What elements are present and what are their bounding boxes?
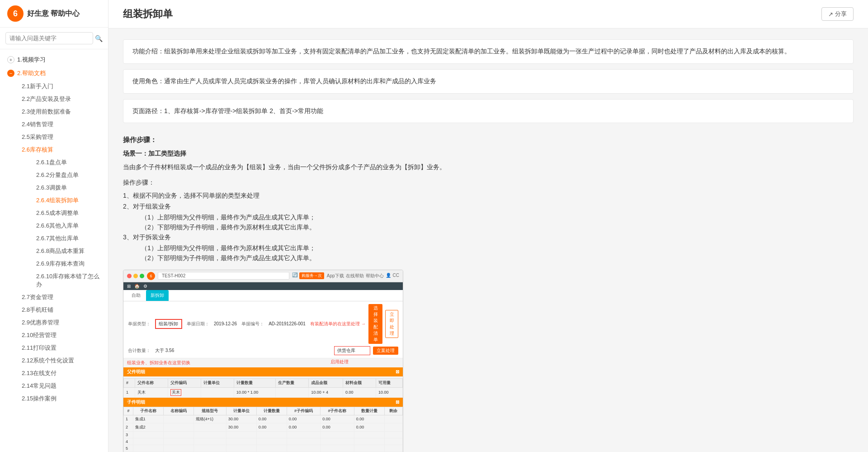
step-2-1: （1）上部明细为父件明细，最终作为产成品生成其它入库单； [132, 214, 854, 222]
step-2-sub: （1）上部明细为父件明细，最终作为产成品生成其它入库单； （2）下部明细为子件明… [123, 214, 854, 232]
mock-tab-xinchai[interactable]: 新拆卸 [146, 290, 169, 301]
table-row: 1 集成1 规格(4+1) 30.00 0.00 0.00 0.00 0.00 [124, 415, 403, 423]
mock-col-seq: # [124, 378, 135, 387]
sidebar-item-2-13[interactable]: 2.13在线支付 [7, 367, 108, 380]
share-icon: ↗ [828, 11, 833, 18]
sidebar-sub-docs: 2.1新手入门 2.2产品安装及登录 2.3使用前数据准备 2.4销售管理 2.… [0, 80, 108, 405]
sidebar-item-2-6[interactable]: 2.6库存核算 [7, 143, 108, 156]
scene-1-title: 场景一：加工类型选择 [123, 150, 854, 158]
page-title: 组装拆卸单 [123, 7, 173, 21]
mock-col-parent-name: 父件名称 [135, 378, 168, 387]
mock-type-input[interactable]: 组装/拆卸 [155, 319, 182, 329]
mock-left-nav: ⊞ 🏠 ⚙ [127, 284, 147, 289]
sidebar-item-2-10[interactable]: 2.10经营管理 [7, 329, 108, 342]
search-input[interactable] [5, 32, 93, 44]
sidebar-item-video[interactable]: + 1.视频学习 [0, 53, 108, 67]
sidebar-item-2-12[interactable]: 2.12系统个性化设置 [7, 354, 108, 367]
sidebar-item-2-6-9[interactable]: 2.6.9库存账本查询 [14, 257, 108, 270]
mock-cc-label: CC [393, 273, 399, 279]
brand-name: 好生意 帮助中心 [27, 9, 80, 19]
plus-icon: + [7, 56, 14, 63]
mock-upper-table: # 父件名称 父件编码 计量单位 计量数量 生产数量 成品金额 材料金额 可用量 [123, 378, 403, 398]
intro-block-2: 使用角色：通常由生产人员或库管人员完成拆装业务的操作，库管人员确认原材料的出库和… [123, 69, 854, 94]
mock-col-parent-code: 父件编码 [168, 378, 201, 387]
nav-tree: + 1.视频学习 − 2.帮助文档 2.1新手入门 2.2产品安装及登录 2.3… [0, 49, 108, 452]
step-3-1: （1）上部明细为父件明细，最终作为原材料生成其它出库单； [132, 244, 854, 252]
mock-upper-table-wrapper: # 父件名称 父件编码 计量单位 计量数量 生产数量 成品金额 材料金额 可用量 [123, 376, 403, 398]
intro-text-1: 功能介绍：组装拆卸单用来处理企业组装或拆卸等加工业务，支持有固定装配清单的产品加… [132, 48, 791, 55]
sidebar-item-2-4[interactable]: 2.4销售管理 [7, 118, 108, 131]
step-3-sub: （1）上部明细为父件明细，最终作为原材料生成其它出库单； （2）下部明细为子件明… [123, 244, 854, 262]
steps-section: 操作步骤： 场景一：加工类型选择 当由多个子件材料组装成一个成品的业务为【组装】… [123, 128, 854, 262]
sidebar-item-2-6-1[interactable]: 2.6.1盘点单 [14, 156, 108, 169]
step-1: 1、根据不同的业务，选择不同单据的类型来处理 [123, 192, 854, 200]
mock-enable-btn[interactable]: 立即处理 [385, 310, 398, 338]
steps-label: 操作步骤： [123, 177, 854, 188]
sidebar-item-2-5[interactable]: 2.5采购管理 [7, 131, 108, 143]
sidebar-item-2-6-2[interactable]: 2.6.2分量盘点单 [14, 169, 108, 181]
mock-icon-settings: ⚙ [143, 284, 147, 289]
sidebar-item-2-6-3[interactable]: 2.6.3调拨单 [14, 181, 108, 194]
sidebar-item-2-7[interactable]: 2.7资金管理 [7, 291, 108, 304]
sidebar-item-2-1[interactable]: 2.1新手入门 [7, 80, 108, 93]
steps-title: 操作步骤： [123, 136, 854, 144]
sidebar-item-2-11[interactable]: 2.11打印设置 [7, 342, 108, 354]
sidebar-item-2-14[interactable]: 2.14常见问题 [7, 380, 108, 392]
mock-add-btn[interactable]: 立案处理 [373, 347, 398, 355]
mock-col-qty: 计量数量 [234, 378, 275, 387]
mock-bill-value: AD-20191226-001 [269, 321, 306, 326]
mock-callout-1: 有装配清单的在这里处理 → [310, 321, 366, 327]
step-2-2: （2）下部明细为子件明细，最终作为原材料生成其它出库单。 [132, 224, 854, 232]
search-button[interactable]: 🔍 [95, 35, 103, 42]
step-3: 3、对于拆装业务 [123, 233, 854, 242]
mock-callout-3-box: 供货仓库 [334, 346, 370, 355]
mock-col-unit: 计量单位 [201, 378, 234, 387]
search-box: 🔍 [0, 28, 108, 49]
mock-apps-link: App下载 [327, 273, 344, 279]
mock-date-value: 2019-12-26 [214, 321, 237, 326]
mock-lower-table: # 子件名称 名称编码 规格型号 计量单位 计量数量 #子件编码 #子件名称 数… [123, 407, 403, 452]
intro-text-2: 使用角色：通常由生产人员或库管人员完成拆装业务的操作，库管人员确认原材料的出库和… [132, 77, 436, 85]
sidebar-item-2-8[interactable]: 2.8手机旺铺 [7, 304, 108, 316]
step-2: 2、对于组装业务 [123, 203, 854, 211]
sidebar-item-2-6-10[interactable]: 2.6.10库存账本错了怎么办 [14, 270, 108, 291]
mock-col-prod-qty: 生产数量 [276, 378, 309, 387]
mock-col-avail: 可用量 [376, 378, 402, 387]
sidebar-item-2-6-6[interactable]: 2.6.6其他入库单 [14, 219, 108, 232]
sidebar-item-2-6-7[interactable]: 2.6.7其他出库单 [14, 232, 108, 245]
mock-tab-zizhu[interactable]: 自助 [127, 290, 145, 301]
mock-select-bom-btn[interactable]: 选择装配清单 [368, 304, 383, 344]
table-row: 1 关木 关木 10.00 * 1.00 10.00 + 4 0.00 10.0… [124, 387, 403, 397]
sidebar-item-docs[interactable]: − 2.帮助文档 [0, 67, 108, 80]
screenshot-container: 6 TEST-H002 🔄 购服务→次 App下载 在线帮助 帮助中心 👤 CC… [123, 270, 403, 452]
sidebar-item-2-3[interactable]: 2.3使用前数据准备 [7, 105, 108, 118]
mock-date-label: 单据日期： [187, 321, 209, 327]
mock-type-label: 单据类型： [128, 321, 151, 327]
step-3-2: （2）下部明细为子件明细，最终作为产成品生成其它入库单。 [132, 254, 854, 262]
mock-next-btn: 购服务→次 [299, 272, 324, 279]
sidebar-item-2-15[interactable]: 2.15操作案例 [7, 392, 108, 405]
main-header: 组装拆卸单 ↗ 分享 [108, 0, 868, 29]
sidebar-sub-2-6: 2.6.1盘点单 2.6.2分量盘点单 2.6.3调拨单 2.6.4组装拆卸单 … [7, 156, 108, 291]
minus-icon: − [7, 70, 14, 77]
mock-service-link: 帮助中心 [366, 273, 384, 279]
sidebar-item-2-6-4[interactable]: 2.6.4组装拆卸单 [14, 194, 108, 207]
intro-block-3: 页面路径：1、库存核算->库存管理->组装拆卸单 2、首页->常用功能 [123, 99, 854, 124]
sidebar-header: 6 好生意 帮助中心 [0, 0, 108, 28]
share-button[interactable]: ↗ 分享 [821, 7, 854, 21]
mock-reload-icon: 🔄 [292, 272, 297, 279]
sidebar: 6 好生意 帮助中心 🔍 + 1.视频学习 − 2.帮助文档 2.1新手入门 2… [0, 0, 108, 452]
mock-child-section-header: 子件明细 ⊠ [123, 398, 403, 407]
sidebar-item-2-6-8[interactable]: 2.6.8商品成本重算 [14, 245, 108, 257]
mock-expand-icon: ⊠ [396, 369, 399, 374]
sidebar-item-docs-label: 2.帮助文档 [17, 69, 46, 77]
table-row: 4 [124, 438, 403, 445]
main-content: 功能介绍：组装拆卸单用来处理企业组装或拆卸等加工业务，支持有固定装配清单的产品加… [108, 29, 868, 452]
sidebar-item-2-9[interactable]: 2.9优惠券管理 [7, 316, 108, 329]
sidebar-item-2-6-5[interactable]: 2.6.5成本调整单 [14, 207, 108, 219]
mock-total-label: 合计数量： [128, 347, 151, 354]
mock-orange-logo: 6 [147, 272, 155, 280]
mock-lower-table-wrapper: # 子件名称 名称编码 规格型号 计量单位 计量数量 #子件编码 #子件名称 数… [123, 407, 403, 452]
table-row: 2 集成2 30.00 0.00 0.00 0.00 0.00 [124, 423, 403, 431]
sidebar-item-2-2[interactable]: 2.2产品安装及登录 [7, 93, 108, 105]
